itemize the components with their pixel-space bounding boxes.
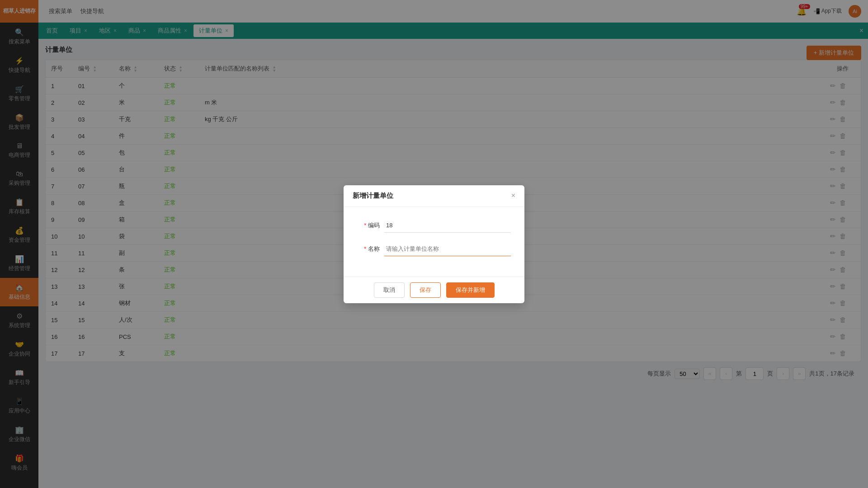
code-label: 编码 [357, 221, 380, 230]
name-form-row: 名称 [357, 242, 511, 256]
save-and-new-button[interactable]: 保存并新增 [446, 282, 495, 298]
modal-title: 新增计量单位 [353, 192, 393, 200]
code-input[interactable] [384, 218, 511, 233]
modal-footer: 取消 保存 保存并新增 [344, 277, 524, 303]
add-measure-unit-modal: 新增计量单位 × 编码 名称 取消 保存 保存并新增 [344, 185, 524, 303]
modal-close-button[interactable]: × [511, 192, 515, 199]
code-form-row: 编码 [357, 218, 511, 233]
name-input[interactable] [384, 242, 511, 256]
modal-body: 编码 名称 [344, 207, 524, 277]
cancel-button[interactable]: 取消 [374, 282, 405, 298]
save-button[interactable]: 保存 [410, 282, 441, 298]
name-label: 名称 [357, 245, 380, 253]
modal-overlay: 新增计量单位 × 编码 名称 取消 保存 保存并新增 [0, 0, 868, 488]
modal-header: 新增计量单位 × [344, 185, 524, 207]
